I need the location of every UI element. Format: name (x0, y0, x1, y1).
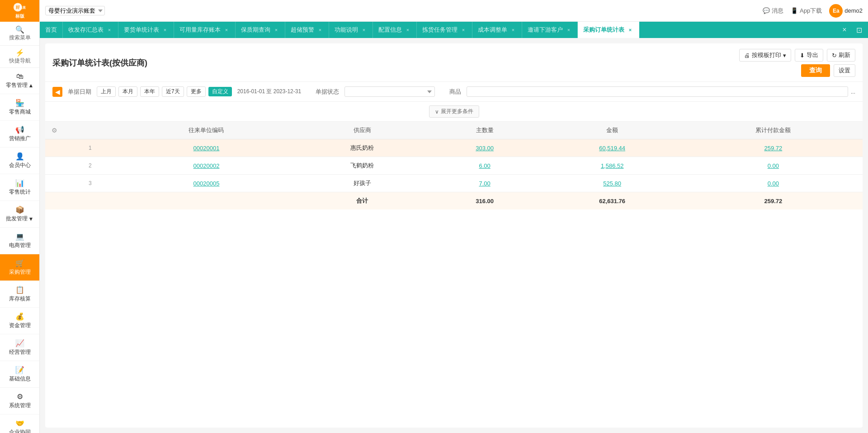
expand-more-btn[interactable]: ∨ 展开更多条件 (429, 105, 479, 118)
query-button[interactable]: 查询 (801, 64, 830, 77)
row2-supplier-code-link[interactable]: 00020002 (193, 162, 220, 169)
tab-available-inventory-close[interactable]: × (223, 27, 230, 33)
col-paid-amount-header: 累计付款金额 (684, 122, 863, 139)
sidebar-item-operations[interactable]: 📈 经营管理 (0, 334, 39, 361)
status-select[interactable] (344, 86, 435, 97)
product-input[interactable] (467, 86, 848, 97)
sidebar-item-ecom[interactable]: 💻 电商管理 (0, 228, 39, 254)
tab-home[interactable]: 首页 (40, 22, 63, 38)
row1-amount-link[interactable]: 60,519.44 (599, 145, 625, 152)
app-download-action[interactable]: 📱 App下载 (791, 7, 822, 15)
settings-button[interactable]: 设置 (834, 64, 855, 77)
tab-invite-customer[interactable]: 邀请下游客户 × (522, 22, 578, 38)
tab-purchase-stats-close[interactable]: × (162, 27, 168, 33)
row3-quantity-link[interactable]: 7.00 (479, 180, 490, 187)
more-conditions-btn[interactable]: ... (851, 89, 855, 95)
operations-label: 经营管理 (9, 348, 31, 356)
sidebar-item-inventory[interactable]: 📋 库存核算 (0, 281, 39, 308)
sidebar-item-basic-info[interactable]: 📝 基础信息 (0, 361, 39, 388)
tab-overstock-warning[interactable]: 超储预警 × (285, 22, 329, 38)
workspace-dropdown[interactable]: 母婴行业演示账套 (45, 6, 105, 15)
export-button[interactable]: ⬇ 导出 (795, 49, 823, 62)
retail-stats-icon: 📊 (15, 179, 24, 187)
footer-row: 合计 316.00 62,631.76 259.72 (45, 192, 863, 210)
tab-receive-summary-close[interactable]: × (106, 27, 113, 33)
column-settings-icon[interactable]: ⚙ (52, 127, 57, 134)
row2-amount-link[interactable]: 1,586.52 (601, 162, 624, 169)
tab-overstock-warning-close[interactable]: × (317, 27, 323, 33)
sidebar-item-member[interactable]: 👤 会员中心 (0, 148, 39, 174)
purchase-label: 采购管理 (9, 268, 31, 276)
tab-function-desc[interactable]: 功能说明 × (329, 22, 373, 38)
tab-window-restore-btn[interactable]: ⊡ (854, 24, 864, 35)
sidebar-item-marketing[interactable]: 📢 营销推广 (0, 121, 39, 148)
tab-purchase-order-stats-close[interactable]: × (627, 27, 633, 33)
export-icon: ⬇ (800, 52, 805, 59)
row3-supplier-code-link[interactable]: 00020005 (193, 180, 220, 187)
row1-supplier-code-link[interactable]: 00020001 (193, 145, 220, 152)
sidebar-item-system[interactable]: ⚙ 系统管理 (0, 388, 39, 414)
tab-window-close-btn[interactable]: × (839, 24, 850, 35)
row3-supplier-code: 00020005 (117, 175, 296, 192)
sidebar-item-wholesale[interactable]: 📦 批发管理 ▼ (0, 201, 39, 228)
date-this-month-btn[interactable]: 本月 (118, 86, 137, 97)
row1-quantity-link[interactable]: 303.00 (476, 145, 494, 152)
table-row[interactable]: 1 00020001 惠氏奶粉 303.00 60,519.44 (45, 139, 863, 157)
tab-home-label: 首页 (45, 26, 57, 34)
print-button[interactable]: 🖨 按模板打印 ▾ (739, 49, 791, 62)
refresh-button[interactable]: ↻ 刷新 (827, 49, 855, 62)
table-row[interactable]: 2 00020002 飞鹤奶粉 6.00 1,586.52 (45, 157, 863, 175)
sidebar-item-search[interactable]: 🔍 搜索菜单 (0, 22, 39, 46)
tab-receive-summary[interactable]: 收发存汇总表 × (63, 22, 118, 38)
avatar: Ea (829, 4, 843, 18)
sidebar-item-retail-mall[interactable]: 🏪 零售商城 (0, 94, 39, 121)
tab-expiry-query[interactable]: 保质期查询 × (236, 22, 285, 38)
marketing-label: 营销推广 (9, 135, 31, 143)
sidebar-item-enterprise[interactable]: 🤝 企业协同 (0, 414, 39, 433)
row3-paid-amount-link[interactable]: 0.00 (768, 180, 779, 187)
sidebar-item-retail-stats[interactable]: 📊 零售统计 (0, 174, 39, 201)
row1-supplier-name: 惠氏奶粉 (296, 139, 429, 157)
sidebar-item-quick-nav[interactable]: ⚡ 快捷导航 (0, 46, 39, 68)
tab-bar: 首页 收发存汇总表 × 要货单统计表 × 可用量库存账本 × 保质期查询 × 超… (40, 22, 868, 38)
sidebar-item-retail-mgmt[interactable]: 🛍 零售管理 ▲ (0, 68, 39, 94)
date-range-display: 2016-01-01 至 2023-12-31 (237, 88, 301, 95)
tab-cost-adjust-close[interactable]: × (510, 27, 516, 33)
date-last7-btn[interactable]: 近7天 (162, 86, 184, 97)
row1-paid-amount-link[interactable]: 259.72 (764, 145, 782, 152)
tab-pick-task-close[interactable]: × (460, 27, 467, 33)
row3-amount-link[interactable]: 525.80 (603, 180, 621, 187)
filter-area: ◀ 单据日期 上月 本月 本年 近7天 更多 自定义 2016-01-01 至 … (45, 82, 863, 102)
tab-pick-task[interactable]: 拣货任务管理 × (417, 22, 472, 38)
date-custom-tag[interactable]: 自定义 (208, 87, 232, 96)
date-this-year-btn[interactable]: 本年 (140, 86, 159, 97)
row3-settings (45, 175, 63, 192)
filter-toggle-btn[interactable]: ◀ (52, 87, 62, 97)
user-profile[interactable]: Ea demo2 (829, 4, 863, 18)
table-row[interactable]: 3 00020005 好孩子 7.00 525.80 (45, 175, 863, 192)
tab-config-info[interactable]: 配置信息 × (373, 22, 417, 38)
tab-invite-customer-close[interactable]: × (566, 27, 572, 33)
tab-cost-adjust[interactable]: 成本调整单 × (472, 22, 522, 38)
sidebar-item-purchase[interactable]: 🛒 采购管理 (0, 254, 39, 281)
message-action[interactable]: 💬 消息 (763, 7, 783, 15)
row2-quantity-link[interactable]: 6.00 (479, 162, 490, 169)
row3-index: 3 (63, 175, 117, 192)
date-last-month-btn[interactable]: 上月 (97, 86, 116, 97)
print-label: 按模板打印 (752, 51, 781, 59)
tab-expiry-query-close[interactable]: × (273, 27, 279, 33)
row3-supplier-name: 好孩子 (296, 175, 429, 192)
content-area: 采购订单统计表(按供应商) 🖨 按模板打印 ▾ ⬇ 导出 ↻ (40, 38, 868, 433)
footer-label: 合计 (296, 192, 429, 210)
tab-function-desc-close[interactable]: × (361, 27, 367, 33)
tab-purchase-order-stats[interactable]: 采购订单统计表 × (578, 22, 639, 38)
row2-paid-amount-link[interactable]: 0.00 (768, 162, 779, 169)
sidebar-item-finance[interactable]: 💰 资金管理 (0, 308, 39, 334)
header-action-row: 查询 设置 (801, 64, 855, 77)
tab-purchase-stats[interactable]: 要货单统计表 × (118, 22, 174, 38)
tab-config-info-close[interactable]: × (405, 27, 411, 33)
row3-amount: 525.80 (541, 175, 684, 192)
row3-paid-amount: 0.00 (684, 175, 863, 192)
date-more-btn[interactable]: 更多 (187, 86, 206, 97)
tab-available-inventory[interactable]: 可用量库存账本 × (174, 22, 236, 38)
